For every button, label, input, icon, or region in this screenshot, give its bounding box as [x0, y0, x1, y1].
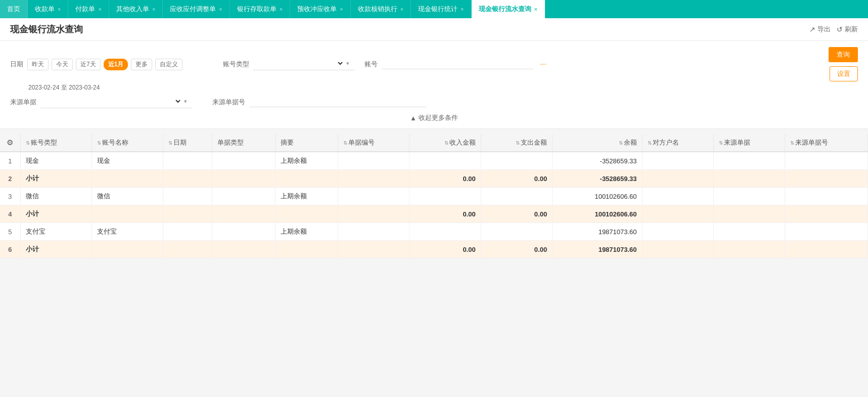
account-input[interactable]: [382, 59, 533, 69]
date-btn-7days[interactable]: 近7天: [76, 59, 101, 70]
account-type-select-wrapper[interactable]: [253, 58, 354, 70]
cell-expense: 0.00: [481, 241, 552, 258]
cell-account-type: 支付宝: [20, 223, 92, 241]
source-doc-select-wrapper[interactable]: [40, 96, 192, 108]
nav-prepay[interactable]: 预收冲应收单 ×: [290, 0, 350, 18]
settings-button[interactable]: 设置: [830, 66, 858, 81]
date-btn-custom[interactable]: 自定义: [155, 59, 182, 70]
col-expense[interactable]: ⇅支出金额: [481, 134, 552, 152]
source-doc-no-input[interactable]: [249, 97, 426, 107]
nav-bank-flow-close[interactable]: ×: [534, 6, 537, 12]
nav-receipt[interactable]: 收款单 ×: [28, 0, 68, 18]
col-account-type[interactable]: ⇅账号类型: [20, 134, 92, 152]
cell-account-type: 现金: [20, 152, 92, 170]
source-doc-label: 来源单据: [10, 98, 36, 107]
cell-balance: 19871073.60: [553, 223, 642, 241]
nav-other-income[interactable]: 其他收入单 ×: [109, 0, 163, 18]
nav-bank-deposit[interactable]: 银行存取款单 ×: [230, 0, 290, 18]
date-btn-yesterday[interactable]: 昨天: [27, 59, 49, 70]
refresh-icon: ↺: [837, 25, 843, 33]
cell-counterparty: [642, 170, 713, 188]
col-balance[interactable]: ⇅余额: [553, 134, 642, 152]
nav-bank-stats-label: 现金银行统计: [418, 5, 458, 14]
date-btn-more[interactable]: 更多: [131, 59, 152, 70]
cell-date: [163, 223, 212, 241]
col-account-name[interactable]: ⇅账号名称: [92, 134, 163, 152]
cell-no: 5: [0, 223, 20, 241]
account-more-button[interactable]: ···: [539, 60, 546, 69]
nav-bank-flow[interactable]: 现金银行流水查询 ×: [472, 0, 545, 18]
col-source-doc[interactable]: ⇅来源单据: [713, 134, 785, 152]
cell-account-name: [92, 170, 163, 188]
account-type-select[interactable]: [253, 58, 344, 69]
table-body: 1现金现金上期余额-3528659.332小计0.000.00-3528659.…: [0, 152, 868, 258]
cell-no: 1: [0, 152, 20, 170]
export-button[interactable]: ↗ 导出: [809, 25, 831, 34]
cell-doc-no: [338, 152, 409, 170]
cell-no: 4: [0, 205, 20, 223]
nav-receipt-close[interactable]: ×: [58, 6, 61, 12]
col-date[interactable]: ⇅日期: [163, 134, 212, 152]
nav-verification-close[interactable]: ×: [400, 6, 403, 12]
nav-adjustment[interactable]: 应收应付调整单 ×: [163, 0, 230, 18]
cell-date: [163, 188, 212, 205]
nav-payment[interactable]: 付款单 ×: [68, 0, 109, 18]
nav-payment-close[interactable]: ×: [98, 6, 101, 12]
sort-icon-source-doc-no: ⇅: [790, 140, 794, 146]
top-navigation: 首页 收款单 × 付款单 × 其他收入单 × 应收应付调整单 × 银行存取款单 …: [0, 0, 868, 18]
nav-prepay-close[interactable]: ×: [340, 6, 343, 12]
nav-bank-stats-close[interactable]: ×: [461, 6, 464, 12]
table-header-row: ⚙ ⇅账号类型 ⇅账号名称 ⇅日期 单据类型 摘要 ⇅单据编号 ⇅收入金额: [0, 134, 868, 152]
cell-balance: -3528659.33: [553, 170, 642, 188]
cell-doc-no: [338, 170, 409, 188]
date-filter-group: 日期 昨天 今天 近7天 近1月 更多 自定义: [10, 59, 182, 70]
nav-bank-stats[interactable]: 现金银行统计 ×: [411, 0, 471, 18]
table-row: 1现金现金上期余额-3528659.33: [0, 152, 868, 170]
query-button[interactable]: 查询: [829, 47, 858, 62]
cell-source-doc-no: [785, 170, 868, 188]
source-doc-select[interactable]: [40, 96, 182, 107]
cell-source-doc-no: [785, 241, 868, 258]
nav-verification[interactable]: 收款核销执行 ×: [351, 0, 411, 18]
sort-icon-counterparty: ⇅: [648, 140, 652, 146]
nav-bank-deposit-close[interactable]: ×: [280, 6, 283, 12]
cell-summary: [275, 241, 338, 258]
source-doc-filter-group: 来源单据: [10, 96, 192, 108]
col-income[interactable]: ⇅收入金额: [409, 134, 481, 152]
cell-source-doc: [713, 241, 785, 258]
cell-account-type: 小计: [20, 170, 92, 188]
cell-date: [163, 170, 212, 188]
export-icon: ↗: [809, 25, 815, 33]
table-row: 5支付宝支付宝上期余额19871073.60: [0, 223, 868, 241]
table-row: 6小计0.000.0019871073.60: [0, 241, 868, 258]
col-doc-no[interactable]: ⇅单据编号: [338, 134, 409, 152]
cell-balance: 100102606.60: [553, 188, 642, 205]
cell-doc-no: [338, 223, 409, 241]
col-summary: 摘要: [275, 134, 338, 152]
cell-summary: 上期余额: [275, 152, 338, 170]
cell-doc-type: [212, 205, 275, 223]
nav-payment-label: 付款单: [75, 5, 95, 14]
nav-receipt-label: 收款单: [35, 5, 55, 14]
cell-expense: 0.00: [481, 170, 552, 188]
col-counterparty[interactable]: ⇅对方户名: [642, 134, 713, 152]
page-title: 现金银行流水查询: [10, 23, 83, 35]
collapse-filter-button[interactable]: ▲ 收起更多条件: [10, 113, 858, 122]
nav-adjustment-close[interactable]: ×: [219, 6, 222, 12]
refresh-button[interactable]: ↺ 刷新: [837, 25, 858, 34]
cell-date: [163, 241, 212, 258]
page-header: 现金银行流水查询 ↗ 导出 ↺ 刷新: [0, 18, 868, 41]
source-doc-no-filter-group: 来源单据号: [212, 97, 426, 107]
col-settings[interactable]: ⚙: [0, 134, 20, 152]
date-btn-1month[interactable]: 近1月: [104, 59, 128, 70]
table-settings-icon[interactable]: ⚙: [7, 138, 13, 147]
date-filter-label: 日期: [10, 60, 23, 69]
nav-other-income-close[interactable]: ×: [152, 6, 155, 12]
cell-source-doc: [713, 152, 785, 170]
cell-source-doc-no: [785, 188, 868, 205]
col-source-doc-no[interactable]: ⇅来源单据号: [785, 134, 868, 152]
date-btn-today[interactable]: 今天: [52, 59, 73, 70]
sort-icon-source-doc: ⇅: [719, 140, 723, 146]
nav-home[interactable]: 首页: [0, 0, 28, 18]
cell-counterparty: [642, 223, 713, 241]
